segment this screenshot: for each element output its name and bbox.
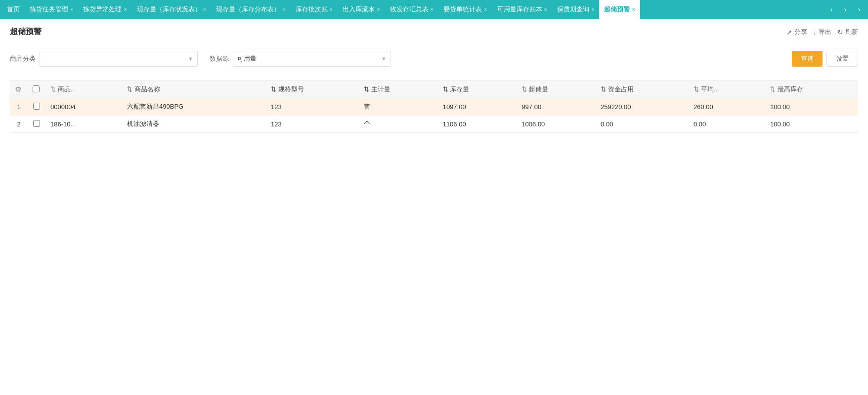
- cell-avg-0: 260.00: [689, 98, 765, 116]
- page-title: 超储预警: [10, 27, 42, 37]
- category-filter-group: 商品分类 ▼: [10, 51, 198, 67]
- cell-unit-1: 个: [359, 116, 438, 133]
- datasource-select[interactable]: 可用量 ▼: [233, 51, 391, 67]
- cell-spec-0: 123: [266, 98, 359, 116]
- col-unit-label: 主计量: [371, 85, 391, 93]
- col-product-code[interactable]: ⇅ 商品...: [45, 81, 122, 98]
- col-overstock-label: 超储量: [529, 85, 548, 93]
- nav-item-batch[interactable]: 库存批次账 ×: [291, 0, 338, 19]
- table-header-row: ⚙ ⇅ 商品... ⇅ 商品名称 ⇅ 规格型号 ⇅: [10, 81, 858, 98]
- share-icon: ➚: [786, 28, 792, 36]
- cell-max-stock-0: 100.00: [765, 98, 858, 116]
- nav-arrows: ‹ › ›: [825, 0, 866, 19]
- nav-item-summary[interactable]: 收发存汇总表 ×: [385, 0, 438, 19]
- col-capital-label: 资金占用: [608, 85, 634, 93]
- close-icon-exception[interactable]: ×: [124, 6, 127, 12]
- cell-max-stock-1: 100.00: [765, 116, 858, 133]
- col-unit[interactable]: ⇅ 主计量: [359, 81, 438, 98]
- close-icon-flow[interactable]: ×: [377, 6, 380, 12]
- cell-spec-1: 123: [266, 116, 359, 133]
- nav-item-available[interactable]: 可用量库存账本 ×: [492, 0, 552, 19]
- close-icon-overstock[interactable]: ×: [632, 6, 635, 12]
- nav-item-home[interactable]: 首页: [2, 0, 25, 19]
- table-row: 1 0000004 六配套新昌490BPG 123 套 1097.00 997.…: [10, 98, 858, 116]
- col-overstock[interactable]: ⇅ 超储量: [517, 81, 596, 98]
- select-all-checkbox[interactable]: [33, 85, 40, 92]
- row-select-0[interactable]: [33, 103, 40, 110]
- cell-unit-0: 套: [359, 98, 438, 116]
- cell-capital-0: 259220.00: [596, 98, 689, 116]
- cell-product-code-1: 186-10...: [45, 116, 122, 133]
- filter-actions: 查询 设置: [792, 51, 858, 67]
- cell-product-code-0: 0000004: [45, 98, 122, 116]
- filter-row: 商品分类 ▼ 数据源 可用量 ▼ 查询 设置: [10, 45, 858, 73]
- nav-item-exception[interactable]: 拣货异常处理 ×: [78, 0, 131, 19]
- export-icon: ↓: [813, 28, 817, 36]
- share-button[interactable]: ➚ 分享: [786, 28, 807, 37]
- col-spec[interactable]: ⇅ 规格型号: [266, 81, 359, 98]
- settings-gear-icon[interactable]: ⚙: [15, 85, 21, 93]
- col-avg[interactable]: ⇅ 平均...: [689, 81, 765, 98]
- col-stock-label: 库存量: [450, 85, 469, 93]
- nav-item-overstock[interactable]: 超储预警 ×: [599, 0, 640, 19]
- cell-capital-1: 0.00: [596, 116, 689, 133]
- nav-item-stock-status[interactable]: 现存量（库存状况表） ×: [132, 0, 211, 19]
- col-checkbox: [28, 81, 45, 98]
- refresh-icon: ↻: [837, 28, 843, 36]
- col-settings: ⚙: [10, 81, 28, 98]
- datasource-label: 数据源: [210, 54, 229, 63]
- col-product-name-label: 商品名称: [134, 85, 160, 93]
- nav-item-task[interactable]: 拣货任务管理 ×: [25, 0, 78, 19]
- cell-stock-0: 1097.00: [438, 98, 517, 116]
- close-icon-available[interactable]: ×: [544, 6, 547, 12]
- settings-button[interactable]: 设置: [826, 51, 858, 67]
- close-icon-batch[interactable]: ×: [330, 6, 333, 12]
- close-icon-task[interactable]: ×: [70, 6, 73, 12]
- col-product-code-label: 商品...: [58, 85, 76, 93]
- export-button[interactable]: ↓ 导出: [813, 28, 831, 37]
- cell-overstock-1: 1006.00: [517, 116, 596, 133]
- cell-product-name-0: 六配套新昌490BPG: [122, 98, 266, 116]
- col-capital[interactable]: ⇅ 资金占用: [596, 81, 689, 98]
- datasource-select-value: 可用量: [237, 54, 257, 63]
- category-select[interactable]: ▼: [40, 51, 198, 67]
- nav-next-btn[interactable]: ›: [838, 0, 852, 19]
- row-checkbox-1[interactable]: [28, 116, 45, 133]
- nav-item-expiry[interactable]: 保质期查询 ×: [552, 0, 599, 19]
- page-header: 超储预警 ➚ 分享 ↓ 导出 ↻ 刷新: [10, 27, 858, 37]
- close-icon-stock-status[interactable]: ×: [203, 6, 206, 12]
- close-icon-order-stat[interactable]: ×: [484, 6, 487, 12]
- nav-item-order-stat[interactable]: 要货单统计表 ×: [438, 0, 492, 19]
- category-label: 商品分类: [10, 54, 36, 63]
- row-select-1[interactable]: [33, 120, 40, 127]
- row-num-0: 1: [10, 98, 28, 116]
- query-button[interactable]: 查询: [792, 51, 823, 67]
- close-icon-summary[interactable]: ×: [431, 6, 434, 12]
- cell-stock-1: 1106.00: [438, 116, 517, 133]
- nav-prev-btn[interactable]: ‹: [825, 0, 838, 19]
- col-avg-label: 平均...: [701, 85, 719, 93]
- close-icon-stock-dist[interactable]: ×: [282, 6, 285, 12]
- main-content: 超储预警 ➚ 分享 ↓ 导出 ↻ 刷新 商品分类 ▼ 数据源: [0, 19, 868, 395]
- datasource-filter-group: 数据源 可用量 ▼: [210, 51, 391, 67]
- category-chevron-icon: ▼: [188, 56, 193, 62]
- cell-avg-1: 0.00: [689, 116, 765, 133]
- table-row: 2 186-10... 机油滤清器 123 个 1106.00 1006.00 …: [10, 116, 858, 133]
- row-checkbox-0[interactable]: [28, 98, 45, 116]
- col-spec-label: 规格型号: [278, 85, 304, 93]
- col-max-stock[interactable]: ⇅ 最高库存: [765, 81, 858, 98]
- cell-product-name-1: 机油滤清器: [122, 116, 266, 133]
- col-stock[interactable]: ⇅ 库存量: [438, 81, 517, 98]
- nav-item-flow[interactable]: 出入库流水 ×: [338, 0, 385, 19]
- col-max-stock-label: 最高库存: [778, 85, 803, 93]
- nav-more-btn[interactable]: ›: [852, 0, 866, 19]
- header-actions: ➚ 分享 ↓ 导出 ↻ 刷新: [786, 28, 858, 37]
- top-nav: 首页 拣货任务管理 × 拣货异常处理 × 现存量（库存状况表） × 现存量（库存…: [0, 0, 868, 19]
- data-table: ⚙ ⇅ 商品... ⇅ 商品名称 ⇅ 规格型号 ⇅: [10, 80, 858, 133]
- refresh-button[interactable]: ↻ 刷新: [837, 28, 858, 37]
- close-icon-expiry[interactable]: ×: [591, 6, 594, 12]
- row-num-1: 2: [10, 116, 28, 133]
- nav-item-stock-dist[interactable]: 现存量（库存分布表） ×: [211, 0, 290, 19]
- col-product-name[interactable]: ⇅ 商品名称: [122, 81, 266, 98]
- datasource-chevron-icon: ▼: [381, 56, 387, 62]
